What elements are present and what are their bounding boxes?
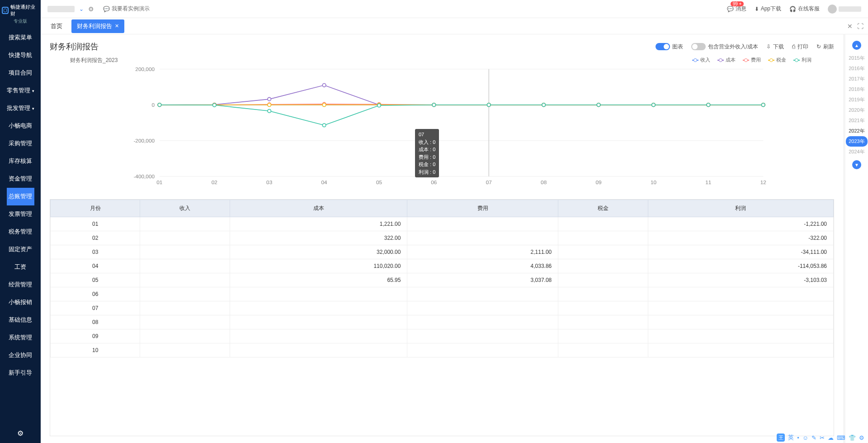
legend-item[interactable]: 税金	[768, 57, 786, 63]
table-header: 收入	[140, 200, 230, 217]
year-item[interactable]: 2019年	[846, 95, 867, 105]
year-item[interactable]: 2015年	[846, 53, 867, 63]
ime-keyboard-icon[interactable]: ⌨	[837, 434, 845, 441]
legend-item[interactable]: 成本	[717, 57, 736, 63]
download-button[interactable]: ⇩ 下载	[766, 43, 784, 51]
table-row[interactable]: 06	[51, 287, 834, 301]
sidebar-item[interactable]: 总账管理	[7, 188, 34, 205]
sidebar-item[interactable]: 资金管理	[7, 170, 34, 188]
table-row[interactable]: 07	[51, 301, 834, 315]
close-all-icon[interactable]: ✕	[847, 23, 853, 30]
fullscreen-icon[interactable]: ⛶	[857, 23, 863, 30]
org-settings-icon[interactable]: ⚙	[88, 5, 94, 13]
user-menu[interactable]	[828, 5, 861, 14]
toggle-chart[interactable]: 图表	[656, 43, 683, 51]
sidebar-item[interactable]: 发票管理	[7, 205, 34, 223]
year-item[interactable]: 2023年	[846, 136, 867, 147]
sidebar-item[interactable]: 项目合同	[7, 64, 34, 82]
ime-toolbar[interactable]: 王 英 • ☺ ✎ ✂ ☁ ⌨ 👕 ⚙	[777, 433, 864, 442]
table-header: 月份	[51, 200, 140, 217]
table-row[interactable]: 04110,020.004,033.86-114,053.86	[51, 259, 834, 273]
year-item[interactable]: 2024年	[846, 147, 867, 157]
year-item[interactable]: 2017年	[846, 74, 867, 84]
svg-text:02: 02	[212, 179, 217, 186]
messages-button[interactable]: 💬 消息 99 +	[727, 5, 746, 13]
year-item[interactable]: 2018年	[846, 84, 867, 95]
sidebar-item[interactable]: 搜索菜单	[7, 29, 34, 47]
org-name-redacted[interactable]	[47, 6, 75, 12]
sidebar-item[interactable]: 基础信息	[7, 311, 34, 329]
sidebar-item[interactable]: 新手引导	[7, 364, 34, 382]
chart-canvas[interactable]: 200,0000-200,000-400,0000102030405060708…	[50, 64, 834, 191]
table-row[interactable]: 0565.953,037.08-3,103.03	[51, 273, 834, 287]
year-item[interactable]: 2016年	[846, 63, 867, 74]
sidebar-item[interactable]: 快捷导航	[7, 47, 34, 64]
service-button[interactable]: 🎧 在线客服	[789, 5, 820, 13]
year-item[interactable]: 2022年	[846, 126, 867, 136]
ime-shirt-icon[interactable]: 👕	[849, 434, 856, 441]
print-button[interactable]: ⎙ 打印	[792, 43, 808, 51]
ime-edit-icon[interactable]: ✎	[811, 434, 816, 441]
tab-close-icon[interactable]: ✕	[115, 23, 119, 29]
table-header: 成本	[230, 200, 407, 217]
toggle-include-ext[interactable]: 包含营业外收入/成本	[691, 43, 758, 51]
print-icon: ⎙	[792, 43, 795, 50]
ime-dot-icon[interactable]: •	[797, 434, 799, 441]
svg-point-79	[707, 103, 710, 107]
demo-link[interactable]: 💬 我要看实例演示	[103, 5, 150, 13]
sidebar-item[interactable]: 经营管理	[7, 276, 34, 294]
sidebar-item[interactable]: 企业协同	[7, 347, 34, 364]
legend-item[interactable]: 收入	[692, 57, 710, 63]
legend-marker-icon	[768, 60, 774, 61]
table-row[interactable]: 09	[51, 329, 834, 343]
tab-home[interactable]: 首页	[45, 19, 68, 33]
svg-text:06: 06	[431, 179, 437, 186]
tab-finance-profit-report[interactable]: 财务利润报告 ✕	[71, 19, 124, 33]
ime-settings-icon[interactable]: ⚙	[859, 434, 864, 441]
ime-cut-icon[interactable]: ✂	[820, 434, 825, 441]
table-row[interactable]: 10	[51, 343, 834, 357]
message-icon: 💬	[727, 6, 734, 12]
year-item[interactable]: 2021年	[846, 115, 867, 126]
ime-smile-icon[interactable]: ☺	[802, 434, 808, 441]
svg-point-36	[322, 84, 326, 87]
sidebar-item[interactable]: 税务管理	[7, 223, 34, 241]
sidebar-item[interactable]: 小畅报销	[7, 294, 34, 311]
ime-badge[interactable]: 王	[777, 433, 785, 442]
ime-lang[interactable]: 英	[788, 433, 794, 442]
sidebar-item[interactable]: 库存核算	[7, 152, 34, 170]
toggle-ext-switch[interactable]	[691, 43, 706, 50]
year-item[interactable]: 2020年	[846, 105, 867, 115]
download-button[interactable]: ⬇ App下载	[755, 5, 781, 13]
toggle-chart-switch[interactable]	[656, 43, 670, 50]
svg-point-69	[158, 103, 161, 107]
year-scroll-up-icon[interactable]: ▲	[852, 41, 861, 50]
legend-marker-icon	[692, 60, 698, 61]
svg-point-78	[652, 103, 656, 107]
refresh-button[interactable]: ↻ 刷新	[816, 43, 834, 51]
legend-item[interactable]: 费用	[743, 57, 761, 63]
sidebar-item[interactable]: 工资	[7, 258, 34, 276]
sidebar-item[interactable]: 批发管理▾	[7, 100, 34, 117]
settings-gear-icon[interactable]: ⚙	[12, 424, 29, 443]
sidebar-item[interactable]: 系统管理	[7, 329, 34, 347]
table-row[interactable]: 08	[51, 315, 834, 329]
topbar: ⌄ ⚙ 💬 我要看实例演示 💬 消息 99 + ⬇ App下载 🎧 在线客服	[41, 0, 868, 18]
org-dropdown-icon[interactable]: ⌄	[79, 6, 84, 12]
data-table-wrap[interactable]: 月份收入成本费用税金利润 011,221.00-1,221.0002322.00…	[50, 199, 834, 436]
sidebar: 畅捷通好业财 专业版 搜索菜单快捷导航项目合同零售管理▾批发管理▾小畅电商采购管…	[0, 0, 41, 443]
table-row[interactable]: 0332,000.002,111.00-34,111.00	[51, 245, 834, 259]
table-header: 利润	[648, 200, 833, 217]
sidebar-item[interactable]: 固定资产	[7, 241, 34, 258]
sidebar-item[interactable]: 零售管理▾	[7, 82, 34, 100]
ime-cloud-icon[interactable]: ☁	[828, 434, 834, 441]
sidebar-item[interactable]: 采购管理	[7, 135, 34, 152]
year-scroll-down-icon[interactable]: ▼	[852, 160, 861, 169]
chat-bubble-icon: 💬	[103, 6, 110, 12]
sidebar-item[interactable]: 小畅电商	[7, 117, 34, 135]
table-row[interactable]: 02322.00-322.00	[51, 231, 834, 245]
svg-point-71	[268, 109, 271, 113]
legend-marker-icon	[743, 60, 749, 61]
table-row[interactable]: 011,221.00-1,221.00	[51, 217, 834, 231]
legend-item[interactable]: 利润	[793, 57, 811, 63]
